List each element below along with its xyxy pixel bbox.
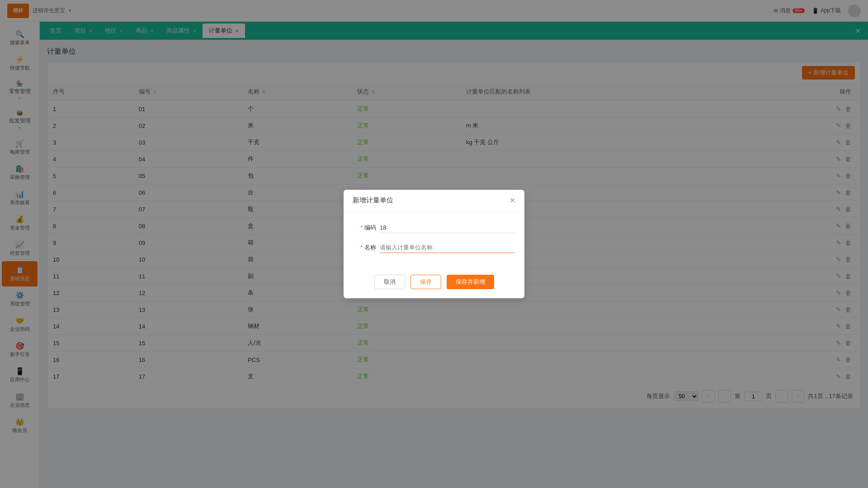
code-input[interactable]: [380, 222, 515, 233]
code-form-row: 编码: [353, 222, 515, 233]
name-label: 名称: [353, 244, 380, 252]
add-unit-modal: 新增计量单位 ✕ 编码 名称 取消 保存 保存并新增: [344, 190, 524, 298]
modal-close-btn[interactable]: ✕: [509, 196, 515, 205]
save-and-new-button[interactable]: 保存并新增: [447, 275, 494, 289]
modal-overlay[interactable]: 新增计量单位 ✕ 编码 名称 取消 保存 保存并新增: [0, 0, 868, 488]
modal-title: 新增计量单位: [353, 196, 393, 205]
save-button[interactable]: 保存: [410, 275, 441, 289]
name-form-row: 名称: [353, 242, 515, 253]
modal-footer: 取消 保存 保存并新增: [344, 269, 524, 298]
modal-header: 新增计量单位 ✕: [344, 190, 524, 211]
name-input[interactable]: [380, 242, 515, 253]
code-label: 编码: [353, 224, 380, 232]
cancel-button[interactable]: 取消: [374, 275, 405, 289]
modal-body: 编码 名称: [344, 211, 524, 269]
